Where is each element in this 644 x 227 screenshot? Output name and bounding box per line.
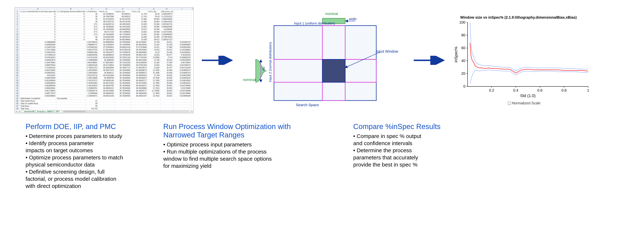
legend-box-icon — [508, 102, 511, 105]
table-row: 254.0384429312.18633645436.490812136.762… — [15, 72, 194, 74]
table-row: 314.0506296912.23309076136.4996153136.76… — [15, 87, 194, 90]
table-row: 5503538.6732571940.3211874811.85628.9540… — [15, 21, 194, 23]
svg-text:0: 0 — [463, 84, 465, 88]
table-row: 144.0286592091.99986573736.2145482436.76… — [15, 44, 194, 46]
arrow-right-icon — [413, 56, 446, 65]
sheet-tab-bar: ◂ ◂ 14nmFinFET_Analytics_DIRECT_OPT ▸ — [15, 110, 194, 113]
table-row: 173.5164479233.99945138439.7601507234.76… — [15, 51, 194, 54]
table-row: 11446034.8334529836.3935018214.93825.305… — [15, 36, 194, 38]
col-letter: G — [148, 8, 160, 10]
legend-label: Normalized Scale — [512, 101, 540, 105]
col-letter: A — [20, 8, 56, 10]
table-row: 104237.534.7628458540.7125953913.03526.9… — [15, 33, 194, 36]
tab-nav-first[interactable]: ◂ — [15, 111, 18, 113]
col-letter: I — [173, 8, 192, 10]
col-letter: F — [131, 8, 148, 10]
table-row: 194.0740169132.41701319436.8159166836.79… — [15, 56, 194, 59]
col-letter: D — [98, 8, 115, 10]
header-cell: 2.15:thickness — [86, 10, 98, 13]
table-row: 74237.536.7628458540.2351935513.56326.98… — [15, 26, 194, 28]
label-six-sigma: 6σ — [262, 67, 266, 71]
header-cell: FinCD_Top — [131, 10, 148, 13]
table-row: 284.0510985462.19133707236.5004514836.76… — [15, 79, 194, 82]
chart-title: Window size vs inSpec% (2.1.9:lithograph… — [460, 15, 596, 20]
label-input1: Input 1 (uniform distribution) — [294, 22, 335, 26]
svg-text:0.6: 0.6 — [537, 88, 542, 92]
chart-legend: Normalized Scale — [453, 101, 596, 105]
tab-nav-prev[interactable]: ◂ — [18, 111, 21, 113]
table-row: 274.0496706462.19011800836.498876836.762… — [15, 77, 194, 79]
caption-mid-title: Run Process Window Optimization with Nar… — [163, 122, 313, 139]
header-cell: 1 — [15, 10, 20, 13]
caption-mid-body: • Optimize process input parameters• Run… — [163, 141, 313, 169]
arrow-right-icon — [201, 56, 234, 65]
col-letter: C — [86, 8, 98, 10]
summary-row: 35Optimization Completed:Successfully — [15, 97, 194, 100]
svg-text:0.8: 0.8 — [562, 88, 566, 92]
table-row: 85237.536.7628458540.8449490213.51223.50… — [15, 28, 194, 31]
col-letter: B — [56, 8, 86, 10]
table-row: 183.4726891334.00040929640.0009801834.79… — [15, 54, 194, 56]
table-row: 214.1644748422.85414860137.3961050736.72… — [15, 61, 194, 64]
col-letter: J — [192, 8, 194, 10]
header-cell: 2.1.9:lithography.dimensionalBias.xBias — [56, 10, 86, 13]
sheet-tab[interactable]: 14nmFinFET_Analytics_DIRECT_OPT — [22, 110, 62, 113]
table-row: 4503542.6710526336.3211874811.85628.9540… — [15, 18, 194, 21]
header-cell: Trench_CD — [98, 10, 115, 13]
svg-text:Std (1.0): Std (1.0) — [520, 93, 536, 98]
header-cell: 2.2.9:2.2:materials["Silicon"].etchType.… — [20, 10, 56, 13]
svg-text:100: 100 — [459, 21, 465, 24]
label-nominal-top: nominal — [325, 12, 338, 16]
table-row: 204.0462636742.15466848936.448834536.762… — [15, 59, 194, 61]
summary-row: 36Total Useful Runs:21 — [15, 100, 194, 102]
caption-left-title: Perform DOE, IIP, and PMC — [26, 122, 123, 131]
header-cell: FinCD_Bot — [148, 10, 160, 13]
table-row: 224.0580705432.28094162636.6175305336.76… — [15, 64, 194, 67]
table-row: 294.0483860442.19283336336.5024738336.76… — [15, 82, 194, 84]
svg-rect-9 — [322, 59, 345, 82]
spreadsheet: ABCDEFGHIJ 12.2.9:2.2:materials["Silicon… — [14, 7, 194, 113]
svg-text:0.2: 0.2 — [489, 88, 494, 92]
inspec-chart: Window size vs inSpec% (2.1.9:lithograph… — [453, 15, 596, 105]
header-cell: GapCD_Top — [115, 10, 131, 13]
table-row: 95237.538.671712336.7109066313.56330.484… — [15, 31, 194, 33]
label-search-space: Search Space — [296, 103, 319, 107]
table-row: 304.0536865492.19416361936.5042476636.76… — [15, 84, 194, 87]
hscroll-thumb[interactable] — [64, 111, 85, 112]
col-letter — [15, 8, 20, 10]
col-letter: H — [160, 8, 173, 10]
summary-row: 38Total Time:4:27:43 — [15, 107, 194, 110]
header-row: 12.2.9:2.2:materials["Silicon"].etchType… — [15, 10, 194, 13]
svg-text:80: 80 — [461, 33, 465, 37]
col-letter: E — [115, 8, 131, 10]
svg-text:60: 60 — [461, 46, 465, 50]
svg-text:1: 1 — [587, 88, 589, 92]
table-row: 2403542.7629629136.35031311.74325.430.39… — [15, 13, 194, 15]
table-row: 3403538.7630799640.35031311.74325.430.12… — [15, 15, 194, 18]
table-row: 344.0502908432.19354547136.5001310536.76… — [15, 95, 194, 97]
svg-text:inSpec%: inSpec% — [454, 46, 458, 62]
table-row: 264.05134512.01512071836.5155160636.7628… — [15, 74, 194, 77]
hscroll-track[interactable] — [63, 111, 189, 112]
label-input2: Input 2 (normal distribution) — [268, 42, 272, 82]
caption-right: Compare %inSpec Results • Compare in spe… — [353, 122, 440, 189]
svg-text:0.4: 0.4 — [513, 88, 518, 92]
table-row: 64237.540.8428372436.2351935515.03923.50… — [15, 23, 194, 26]
table-row: 12544034.7626112836.9910860615.03928.812… — [15, 38, 194, 41]
table-row: 244.0501100422.19015964236.4987707536.76… — [15, 69, 194, 72]
label-input-window: Input Window — [376, 49, 398, 54]
caption-right-body: • Compare in spec % outputand confidence… — [353, 132, 440, 168]
table-row: 134.2388660981.52278047834.9906509438.76… — [15, 41, 194, 44]
chart-plot: 0204060801000.20.40.60.81inSpec%Std (1.0… — [453, 21, 592, 99]
table-row: 233.7216631023.75502131336.5505484836.70… — [15, 67, 194, 69]
label-nominal-left: nominal — [243, 78, 256, 82]
process-window-svg — [241, 13, 406, 108]
tab-nav-next[interactable]: ▸ — [190, 111, 194, 113]
table-row: 164.7261763962.54570770237.3015446138.67… — [15, 49, 194, 51]
caption-left: Perform DOE, IIP, and PMC • Determine pr… — [26, 122, 123, 189]
header-cell: ObjFunction_Value — [160, 10, 173, 13]
caption-right-title: Compare %inSpec Results — [353, 122, 440, 131]
caption-mid: Run Process Window Optimization with Nar… — [163, 122, 313, 189]
table-row: 334.0497728732.1939564636.4985503536.762… — [15, 92, 194, 95]
summary-row: 36Total Un-usable Runs:59 — [15, 102, 194, 105]
